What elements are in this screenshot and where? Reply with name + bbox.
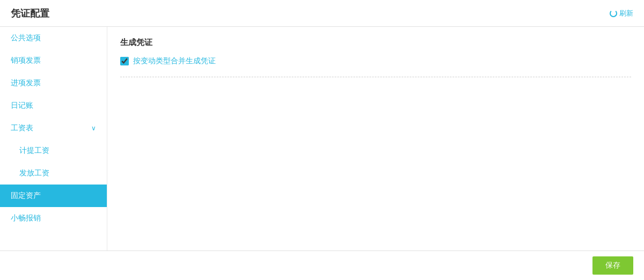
sidebar-item-payroll[interactable]: 工资表∨: [0, 117, 107, 139]
sidebar-item-label: 小畅报销: [11, 213, 41, 223]
refresh-icon: [610, 10, 617, 17]
sidebar-item-journal[interactable]: 日记账: [0, 94, 107, 117]
sidebar-item-fixed-assets[interactable]: 固定资产: [0, 185, 107, 207]
sidebar-item-commission[interactable]: 计提工资: [0, 139, 107, 162]
sidebar-item-sales-invoice[interactable]: 销项发票: [0, 49, 107, 72]
main-layout: 公共选项销项发票进项发票日记账工资表∨计提工资发放工资固定资产小畅报销 生成凭证…: [0, 27, 644, 250]
sidebar-item-label: 工资表: [11, 123, 33, 133]
sidebar-item-label: 计提工资: [19, 146, 49, 156]
section-title: 生成凭证: [120, 38, 631, 48]
save-button[interactable]: 保存: [592, 256, 633, 275]
sidebar-item-label: 固定资产: [11, 191, 41, 201]
content-area: 生成凭证 按变动类型合并生成凭证: [107, 27, 644, 250]
refresh-label: 刷新: [619, 9, 633, 18]
chevron-down-icon: ∨: [91, 124, 96, 132]
sidebar-item-label: 日记账: [11, 101, 33, 110]
checkbox-label[interactable]: 按变动类型合并生成凭证: [133, 56, 216, 66]
sidebar-item-label: 销项发票: [11, 56, 41, 65]
sidebar-item-label: 进项发票: [11, 78, 41, 88]
sidebar-item-label: 发放工资: [19, 168, 49, 178]
page-header: 凭证配置 刷新: [0, 0, 644, 27]
refresh-button[interactable]: 刷新: [610, 9, 633, 18]
sidebar-item-expense[interactable]: 小畅报销: [0, 207, 107, 230]
merge-by-type-checkbox[interactable]: [120, 57, 129, 65]
sidebar: 公共选项销项发票进项发票日记账工资表∨计提工资发放工资固定资产小畅报销: [0, 27, 107, 250]
sidebar-item-distribute[interactable]: 发放工资: [0, 162, 107, 185]
sidebar-item-purchase-invoice[interactable]: 进项发票: [0, 72, 107, 94]
checkbox-row: 按变动类型合并生成凭证: [120, 56, 631, 77]
sidebar-item-label: 公共选项: [11, 33, 41, 43]
page-title: 凭证配置: [11, 7, 49, 20]
footer: 保存: [0, 250, 644, 280]
sidebar-item-public[interactable]: 公共选项: [0, 27, 107, 49]
